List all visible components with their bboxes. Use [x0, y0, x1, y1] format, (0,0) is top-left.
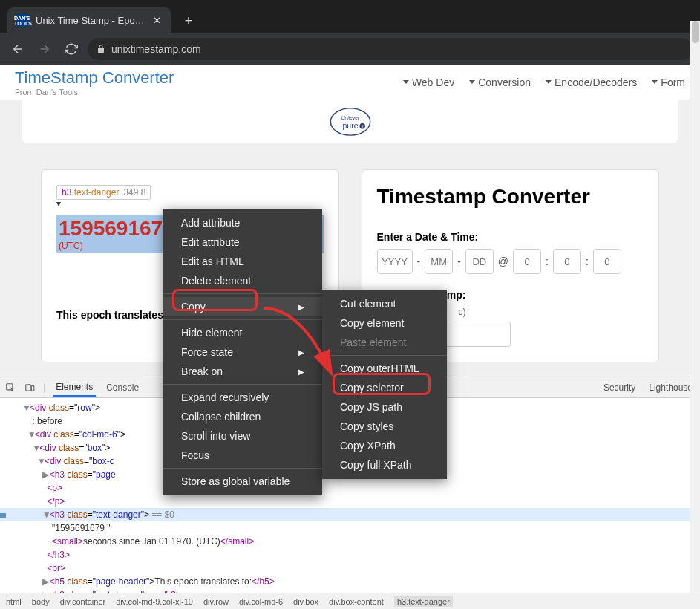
ctx-store-global[interactable]: Store as global variable: [163, 472, 322, 491]
reload-button[interactable]: [61, 39, 82, 59]
ad-banner: Unilever pure it: [22, 100, 678, 143]
ctx-break-on[interactable]: Break on▶: [163, 362, 322, 381]
ctx-scroll-into-view[interactable]: Scroll into view: [163, 426, 322, 446]
bc-row[interactable]: div.row: [203, 597, 229, 606]
nav-bar: unixtimestamp.com: [0, 33, 700, 65]
tab-bar: DAN'S TOOLS Unix Time Stamp - Epoch C ✕ …: [0, 0, 700, 33]
nav-menu: Web Dev Conversion Encode/Decoders Form: [403, 76, 685, 88]
ctx-copy-selector[interactable]: Copy selector: [322, 378, 447, 397]
yyyy-input[interactable]: [377, 249, 413, 274]
date-inputs: - - @ : :: [377, 249, 644, 274]
caret-icon: [403, 80, 409, 84]
ctx-delete-element[interactable]: Delete element: [163, 271, 322, 290]
ctx-copy[interactable]: Copy▶: [163, 297, 322, 316]
svg-text:pure: pure: [342, 122, 358, 130]
chevron-right-icon: ▶: [298, 348, 304, 356]
ctx-copy-outerhtml[interactable]: Copy outerHTML: [322, 359, 447, 378]
mm-input[interactable]: [425, 249, 453, 274]
ctx-paste-element: Paste element: [322, 333, 447, 352]
ctx-cut-element[interactable]: Cut element: [322, 294, 447, 313]
tab-security[interactable]: Security: [601, 380, 638, 396]
scroll-thumb[interactable]: [692, 21, 699, 43]
ctx-hide-element[interactable]: Hide element: [163, 323, 322, 342]
mi-input[interactable]: [553, 249, 581, 274]
bc-boxcontent[interactable]: div.box-content: [329, 597, 384, 606]
back-button[interactable]: [7, 39, 28, 59]
element-tooltip: h3.text-danger349.8: [56, 185, 324, 200]
new-tab-button[interactable]: +: [178, 10, 199, 31]
hh-input[interactable]: [513, 249, 541, 274]
svg-rect-6: [26, 384, 30, 390]
url-text: unixtimestamp.com: [111, 43, 201, 55]
ctx-copy-styles[interactable]: Copy styles: [322, 417, 447, 436]
forward-button[interactable]: [34, 39, 55, 59]
dom-breadcrumb: html body div.container div.col-md-9.col…: [0, 593, 700, 609]
context-menu-main: Add attribute Edit attribute Edit as HTM…: [163, 209, 322, 495]
pure-logo-icon: Unilever pure it: [329, 107, 372, 137]
scrollbar[interactable]: [690, 21, 700, 593]
nav-form[interactable]: Form: [652, 76, 685, 88]
bc-body[interactable]: body: [32, 597, 50, 606]
lock-icon: [97, 45, 105, 53]
browser-tab[interactable]: DAN'S TOOLS Unix Time Stamp - Epoch C ✕: [7, 7, 171, 33]
ctx-copy-element[interactable]: Copy element: [322, 313, 447, 333]
brand-block: TimeStamp Converter From Dan's Tools: [15, 68, 174, 97]
address-bar[interactable]: unixtimestamp.com: [88, 38, 693, 60]
tooltip-arrow-icon: ▾: [56, 198, 324, 209]
ctx-expand[interactable]: Expand recursively: [163, 388, 322, 407]
svg-rect-7: [31, 385, 34, 390]
browser-chrome: DAN'S TOOLS Unix Time Stamp - Epoch C ✕ …: [0, 0, 700, 65]
bc-h3danger[interactable]: h3.text-danger: [394, 596, 453, 607]
nav-webdev[interactable]: Web Dev: [403, 76, 454, 88]
nav-conversion[interactable]: Conversion: [469, 76, 531, 88]
brand-sub: From Dan's Tools: [15, 88, 174, 97]
bc-html[interactable]: html: [6, 597, 22, 606]
close-icon[interactable]: ✕: [151, 16, 162, 26]
ctx-copy-jspath[interactable]: Copy JS path: [322, 397, 447, 417]
bc-col6[interactable]: div.col-md-6: [239, 597, 283, 606]
ctx-add-attribute[interactable]: Add attribute: [163, 213, 322, 232]
favicon-icon: DAN'S TOOLS: [16, 14, 30, 27]
chevron-right-icon: ▶: [298, 303, 304, 311]
tab-title: Unix Time Stamp - Epoch C: [36, 15, 145, 26]
device-toggle-icon[interactable]: [24, 382, 36, 394]
bc-box[interactable]: div.box: [293, 597, 318, 606]
ctx-edit-html[interactable]: Edit as HTML: [163, 252, 322, 271]
bc-container[interactable]: div.container: [60, 597, 106, 606]
ctx-focus[interactable]: Focus: [163, 446, 322, 465]
tab-elements[interactable]: Elements: [53, 379, 96, 397]
ctx-edit-attribute[interactable]: Edit attribute: [163, 232, 322, 252]
tab-console[interactable]: Console: [103, 380, 142, 396]
brand-title[interactable]: TimeStamp Converter: [15, 68, 174, 88]
caret-icon: [469, 80, 475, 84]
inspect-icon[interactable]: [4, 382, 16, 394]
ctx-collapse[interactable]: Collapse children: [163, 407, 322, 426]
caret-icon: [652, 80, 658, 84]
dd-input[interactable]: [465, 249, 494, 274]
tab-lighthouse[interactable]: Lighthouse: [646, 380, 696, 396]
ctx-force-state[interactable]: Force state▶: [163, 342, 322, 362]
date-label: Enter a Date & Time:: [377, 231, 644, 243]
highlight-marker: [0, 513, 6, 518]
page-header: TimeStamp Converter From Dan's Tools Web…: [0, 65, 700, 100]
ctx-copy-xpath[interactable]: Copy XPath: [322, 436, 447, 455]
nav-encode[interactable]: Encode/Decoders: [546, 76, 637, 88]
chevron-right-icon: ▶: [298, 368, 304, 376]
svg-text:Unilever: Unilever: [341, 115, 359, 120]
svg-text:it: it: [361, 124, 363, 129]
right-title: Timestamp Converter: [377, 185, 644, 209]
ss-input[interactable]: [593, 249, 621, 274]
bc-col9[interactable]: div.col-md-9.col-xl-10: [116, 597, 193, 606]
context-menu-copy: Cut element Copy element Paste element C…: [322, 290, 447, 479]
ctx-copy-fullxpath[interactable]: Copy full XPath: [322, 455, 447, 475]
caret-icon: [546, 80, 552, 84]
